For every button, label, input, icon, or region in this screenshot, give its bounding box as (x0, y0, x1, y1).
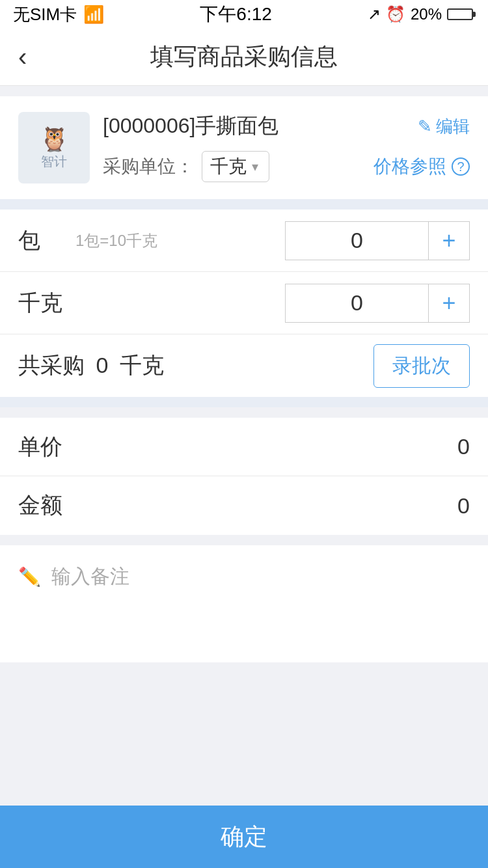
battery-icon (447, 8, 475, 20)
edit-icon: ✎ (418, 116, 432, 137)
confirm-label: 确定 (221, 821, 267, 853)
status-bar: 无SIM卡 📶 下午6:12 ↗ ⏰ 20% (0, 0, 488, 29)
record-batch-button[interactable]: 录批次 (373, 344, 470, 388)
amount-label: 金额 (18, 491, 62, 521)
info-icon: ? (452, 157, 470, 176)
summary-suffix: 千克 (120, 353, 164, 377)
kg-input-row: 千克 + (0, 272, 488, 334)
unit-value: 千克 (210, 154, 247, 179)
edit-button[interactable]: ✎ 编辑 (418, 115, 470, 138)
wifi-icon: 📶 (83, 5, 104, 25)
product-card: 🦉 智计 [0000006]手撕面包 ✎ 编辑 采购单位： 千克 ▾ 价格参照 … (0, 96, 488, 199)
summary-text: 共采购 0 千克 (18, 351, 164, 381)
kg-plus-button[interactable]: + (428, 284, 470, 323)
status-time: 下午6:12 (200, 2, 272, 27)
price-amount-section: 单价 0 金额 0 (0, 418, 488, 535)
product-name: [0000006]手撕面包 (103, 112, 278, 141)
separator-1 (0, 199, 488, 210)
unit-label: 采购单位： (103, 154, 194, 179)
summary-quantity: 0 (96, 353, 108, 377)
bag-sublabel: 1包=10千克 (75, 230, 285, 251)
status-right: ↗ ⏰ 20% (368, 5, 475, 23)
input-section: 包 1包=10千克 + 千克 + (0, 210, 488, 334)
product-logo-text: 智计 (41, 153, 67, 170)
kg-input[interactable] (285, 284, 428, 323)
edit-label: 编辑 (436, 115, 470, 138)
summary-section: 共采购 0 千克 录批次 (0, 334, 488, 397)
bag-label: 包 (18, 226, 70, 256)
kg-label: 千克 (18, 288, 70, 318)
product-unit-row: 采购单位： 千克 ▾ 价格参照 ? (103, 151, 470, 182)
location-icon: ↗ (368, 5, 381, 23)
bottom-spacer (0, 662, 488, 725)
bag-input-wrap: + (285, 221, 470, 260)
summary-prefix: 共采购 (18, 353, 85, 377)
price-row: 单价 0 (0, 418, 488, 476)
product-info: [0000006]手撕面包 ✎ 编辑 采购单位： 千克 ▾ 价格参照 ? (103, 112, 470, 182)
bag-input-row: 包 1包=10千克 + (0, 210, 488, 272)
confirm-button[interactable]: 确定 (0, 806, 488, 868)
price-label: 单价 (18, 432, 62, 462)
amount-row: 金额 0 (0, 476, 488, 535)
product-image: 🦉 智计 (18, 112, 90, 183)
page-title: 填写商品采购信息 (150, 41, 338, 73)
chevron-down-icon: ▾ (252, 159, 258, 174)
alarm-icon: ⏰ (386, 5, 405, 23)
product-logo-icon: 🦉 (40, 126, 69, 153)
back-button[interactable]: ‹ (18, 42, 27, 72)
nav-bar: ‹ 填写商品采购信息 (0, 29, 488, 86)
pencil-icon: ✏️ (18, 566, 41, 588)
price-value: 0 (457, 434, 470, 459)
unit-dropdown[interactable]: 千克 ▾ (202, 151, 269, 182)
price-ref-label: 价格参照 (373, 154, 446, 179)
carrier-text: 无SIM卡 (13, 3, 77, 26)
product-name-row: [0000006]手撕面包 ✎ 编辑 (103, 112, 470, 141)
notes-section[interactable]: ✏️ 输入备注 (0, 545, 488, 662)
battery-percent: 20% (411, 5, 442, 23)
amount-value: 0 (457, 493, 470, 519)
notes-placeholder: 输入备注 (51, 563, 129, 590)
status-left: 无SIM卡 📶 (13, 3, 104, 26)
bag-plus-button[interactable]: + (428, 221, 470, 260)
price-ref-button[interactable]: 价格参照 ? (373, 154, 470, 179)
separator-2 (0, 397, 488, 407)
kg-input-wrap: + (285, 284, 470, 323)
bag-input[interactable] (285, 221, 428, 260)
